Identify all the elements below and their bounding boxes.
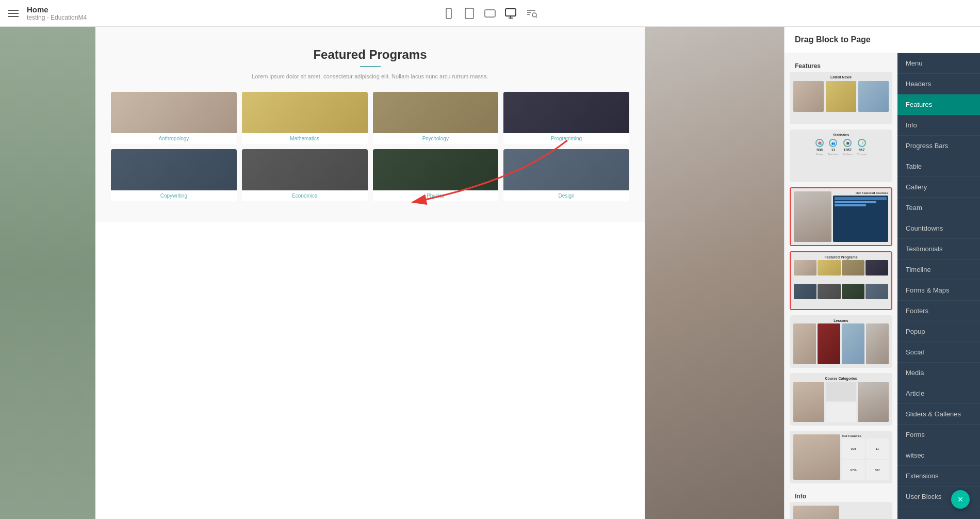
thumbnail-img-featured-courses: Our Featured Courses — [791, 188, 891, 245]
sidebar-item-gallery[interactable]: Gallery — [897, 177, 980, 198]
thumbnail-img-latest-news: Latest News — [790, 72, 892, 124]
thumbnail-img-statistics: Statistics 📚 938 Books 👥 11 — [790, 130, 892, 182]
page-title-group: Home testing - EducationM4 — [27, 5, 87, 21]
tablet-icon[interactable] — [461, 5, 478, 22]
svg-rect-2 — [465, 8, 473, 19]
thumbnail-featured-courses[interactable]: Our Featured Courses — [790, 187, 892, 246]
program-image — [373, 149, 499, 190]
featured-programs-section: Featured Programs Lorem ipsum dolor sit … — [95, 27, 645, 222]
page-title: Home — [27, 5, 87, 14]
thumbnail-img-course-categories: Course Categories — [790, 374, 892, 425]
sidebar-item-table[interactable]: Table — [897, 156, 980, 177]
programs-grid: Anthropology Mathematics Psychology Prog… — [111, 92, 629, 201]
program-card[interactable]: Mathematics — [242, 92, 368, 144]
program-image — [503, 92, 629, 133]
drag-block-header: Drag Block to Page — [785, 27, 980, 53]
sidebar-item-media[interactable]: Media — [897, 363, 980, 383]
close-button[interactable]: × — [951, 490, 970, 509]
plant-decoration — [0, 27, 103, 519]
sidebar-item-countdowns[interactable]: Countdowns — [897, 218, 980, 239]
thumbnail-info[interactable] — [790, 502, 892, 519]
program-label: Programming — [503, 133, 629, 144]
sidebar-item-progress-bars[interactable]: Progress Bars — [897, 136, 980, 156]
mobile-icon[interactable] — [440, 5, 457, 22]
person-background — [629, 27, 784, 519]
sidebar-nav: MenuHeadersFeaturesInfoProgress BarsTabl… — [897, 53, 980, 519]
sidebar-item-footers[interactable]: Footers — [897, 301, 980, 321]
program-card[interactable]: Design — [503, 149, 629, 201]
svg-rect-6 — [505, 9, 516, 16]
thumbnail-course-categories[interactable]: Course Categories — [790, 373, 892, 426]
thumbnail-img-our-features: Our Features 938 11 97% 567 — [790, 431, 892, 483]
right-panel-content: Features Latest News — [785, 53, 980, 519]
thumbnail-our-features[interactable]: Our Features 938 11 97% 567 — [790, 431, 892, 483]
fp-title: Featured Programs — [111, 47, 629, 62]
sidebar-item-forms[interactable]: Forms — [897, 425, 980, 445]
right-panel: Drag Block to Page Features Latest News — [784, 27, 980, 519]
program-image — [111, 149, 237, 190]
info-section-label: Info — [790, 489, 892, 502]
svg-rect-0 — [446, 8, 451, 19]
program-card[interactable]: Psychology — [373, 92, 499, 144]
svg-rect-4 — [485, 10, 495, 17]
top-bar: Home testing - EducationM4 — [0, 0, 980, 27]
custom-icon[interactable] — [523, 5, 540, 22]
program-image — [111, 92, 237, 133]
program-image — [242, 92, 368, 133]
sidebar-item-menu[interactable]: Menu — [897, 53, 980, 74]
hamburger-menu[interactable] — [8, 10, 19, 17]
sidebar-item-testimonials[interactable]: Testimonials — [897, 239, 980, 260]
thumbnail-lessons[interactable]: Lessons — [790, 315, 892, 368]
fp-subtitle: Lorem ipsum dolor sit amet, consectetur … — [111, 73, 629, 79]
svg-line-10 — [536, 17, 537, 18]
program-card[interactable]: Anthropology — [111, 92, 237, 144]
page-subtitle: testing - EducationM4 — [27, 14, 87, 21]
thumbnail-statistics[interactable]: Statistics 📚 938 Books 👥 11 — [790, 129, 892, 182]
thumbnail-img-info — [790, 502, 892, 519]
sidebar-item-article[interactable]: Article — [897, 383, 980, 404]
sidebar-item-features[interactable]: Features — [897, 94, 980, 115]
program-label: Psychology — [373, 133, 499, 144]
program-image — [373, 92, 499, 133]
program-card[interactable]: Copywriting — [111, 149, 237, 201]
svg-point-9 — [532, 13, 536, 17]
tablet-landscape-icon[interactable] — [482, 5, 498, 22]
canvas-wrapper: Featured Programs Lorem ipsum dolor sit … — [0, 27, 784, 519]
sidebar-item-team[interactable]: Team — [897, 198, 980, 218]
desktop-icon[interactable] — [502, 5, 519, 22]
program-label: Mathematics — [242, 133, 368, 144]
sidebar-item-social[interactable]: Social — [897, 342, 980, 363]
sidebar-item-headers[interactable]: Headers — [897, 74, 980, 94]
main-area: Featured Programs Lorem ipsum dolor sit … — [0, 27, 980, 519]
thumbnails-area[interactable]: Features Latest News — [785, 53, 897, 519]
thumbnail-latest-news[interactable]: Latest News — [790, 72, 892, 124]
thumbnail-img-featured-programs: Featured Programs — [791, 252, 891, 309]
program-label: Anthropology — [111, 133, 237, 144]
program-card[interactable]: Physics — [373, 149, 499, 201]
device-switcher — [440, 5, 540, 22]
sidebar-item-info[interactable]: Info — [897, 115, 980, 136]
features-section-label: Features — [790, 58, 892, 72]
program-image — [242, 149, 368, 190]
program-label: Economics — [242, 190, 368, 201]
program-card[interactable]: Programming — [503, 92, 629, 144]
program-image — [503, 149, 629, 190]
sidebar-item-forms-maps[interactable]: Forms & Maps — [897, 280, 980, 301]
sidebar-item-extensions[interactable]: Extensions — [897, 466, 980, 486]
sidebar-item-popup[interactable]: Popup — [897, 321, 980, 342]
program-label: Design — [503, 190, 629, 201]
thumbnail-img-lessons: Lessons — [790, 316, 892, 367]
white-section — [95, 222, 645, 366]
thumbnail-featured-programs[interactable]: Featured Programs — [790, 251, 892, 310]
sidebar-item-timeline[interactable]: Timeline — [897, 260, 980, 280]
fp-divider — [360, 66, 381, 67]
program-label: Physics — [373, 190, 499, 201]
sidebar-item-witsec[interactable]: witsec — [897, 445, 980, 466]
program-label: Copywriting — [111, 190, 237, 201]
program-card[interactable]: Economics — [242, 149, 368, 201]
canvas-page: Featured Programs Lorem ipsum dolor sit … — [95, 27, 645, 519]
sidebar-item-sliders-galleries[interactable]: Sliders & Galleries — [897, 404, 980, 425]
